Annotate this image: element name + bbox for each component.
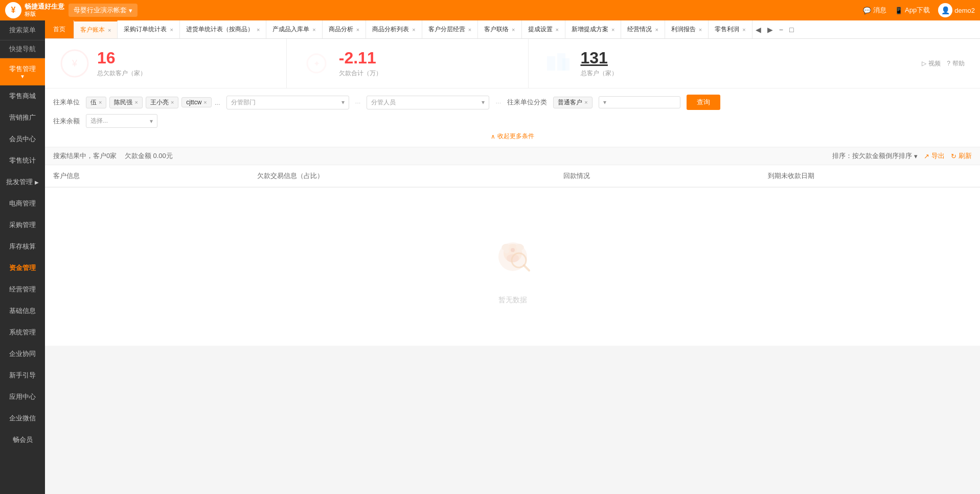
collapse-button[interactable]: ∧ 收起更多条件 bbox=[491, 132, 534, 141]
message-button[interactable]: 💬 消息 bbox=[863, 6, 886, 15]
tab-label: 利润报告 bbox=[671, 25, 696, 34]
sidebar-item-ecommerce[interactable]: 电商管理 bbox=[0, 193, 45, 214]
sidebar-item-wholesale[interactable]: 批发管理▶ bbox=[0, 171, 45, 193]
export-button[interactable]: ↗ 导出 bbox=[924, 151, 945, 161]
filter-unit-type-select[interactable]: ▾ bbox=[599, 96, 680, 108]
tab-purchase-stats[interactable]: 采购订单统计表 × bbox=[118, 20, 179, 39]
filter-balance-placeholder: 选择... bbox=[90, 117, 108, 125]
tab-customer-tier[interactable]: 客户分层经营 × bbox=[422, 20, 478, 39]
tab-close-icon[interactable]: × bbox=[312, 27, 315, 33]
sidebar-item-guide[interactable]: 新手引导 bbox=[0, 365, 45, 386]
tab-prev-button[interactable]: ◀ bbox=[753, 26, 764, 34]
video-button[interactable]: ▷ 视频 bbox=[922, 59, 941, 68]
filter-unit-type-dropdown-icon: ▾ bbox=[603, 99, 606, 106]
store-selector[interactable]: 母婴行业演示帐套 ▾ bbox=[69, 4, 138, 17]
tab-label: 经营情况 bbox=[627, 25, 652, 34]
sidebar-item-member[interactable]: 会员中心 bbox=[0, 128, 45, 150]
sidebar-item-purchase[interactable]: 采购管理 bbox=[0, 214, 45, 236]
svg-line-16 bbox=[524, 265, 529, 271]
filter-tag-2[interactable]: 王小亮 × bbox=[146, 97, 178, 108]
filter-person-select[interactable]: 分管人员 ▾ bbox=[367, 96, 489, 109]
tab-home[interactable]: 首页 bbox=[45, 20, 74, 39]
filter-tag-remove[interactable]: × bbox=[99, 99, 102, 105]
filter-unit-type-tag[interactable]: 普通客户 × bbox=[553, 97, 592, 108]
refresh-icon: ↻ bbox=[951, 152, 956, 160]
tab-operations[interactable]: 经营情况 × bbox=[621, 20, 665, 39]
refresh-button[interactable]: ↻ 刷新 bbox=[951, 151, 972, 161]
filter-tag-remove[interactable]: × bbox=[171, 99, 174, 105]
sidebar-item-wechat[interactable]: 企业微信 bbox=[0, 408, 45, 429]
sidebar-item-search[interactable]: 搜索菜单 bbox=[0, 20, 45, 40]
filter-row-1: 往来单位 伍 × 陈民强 × 王小亮 × bbox=[53, 95, 972, 110]
filter-tag-remove[interactable]: × bbox=[203, 99, 207, 105]
tab-close-icon[interactable]: × bbox=[699, 27, 702, 33]
help-button[interactable]: ? 帮助 bbox=[947, 59, 965, 68]
filter-tag-remove[interactable]: × bbox=[134, 99, 138, 105]
stat-number-clients: 131 bbox=[581, 50, 618, 66]
tab-close-icon[interactable]: × bbox=[512, 27, 515, 33]
filter-tag-1[interactable]: 陈民强 × bbox=[109, 97, 142, 108]
tab-retail-profit[interactable]: 零售利润 × bbox=[709, 20, 752, 39]
tab-close-icon[interactable]: × bbox=[170, 27, 173, 33]
filter-tag-3[interactable]: cjttcw × bbox=[181, 97, 211, 107]
tab-goods-analysis[interactable]: 商品分析 × bbox=[323, 20, 366, 39]
filter-dept-select[interactable]: 分管部门 ▾ bbox=[226, 96, 349, 109]
tab-close-icon[interactable]: × bbox=[257, 27, 260, 33]
store-dropdown-icon: ▾ bbox=[129, 7, 132, 14]
svg-point-12 bbox=[511, 248, 515, 252]
tab-customer-contact[interactable]: 客户联络 × bbox=[478, 20, 521, 39]
tab-commission-settings[interactable]: 提成设置 × bbox=[522, 20, 565, 39]
tab-close-icon[interactable]: × bbox=[412, 27, 415, 33]
filter-balance-select[interactable]: 选择... ▾ bbox=[86, 114, 157, 128]
tab-stock-stats[interactable]: 进货单统计表（按商品） × bbox=[180, 20, 266, 39]
tab-close-icon[interactable]: × bbox=[611, 27, 614, 33]
filter-tag-0[interactable]: 伍 × bbox=[86, 97, 106, 108]
result-count: 搜索结果中，客户0家 bbox=[53, 152, 117, 160]
tab-close-icon[interactable]: × bbox=[655, 27, 658, 33]
sidebar-item-retail[interactable]: 零售管理 ▼ bbox=[0, 58, 45, 85]
sidebar-item-basic-info[interactable]: 基础信息 bbox=[0, 300, 45, 322]
tab-minimize-button[interactable]: − bbox=[776, 26, 786, 34]
sidebar-item-retail-stats[interactable]: 零售统计 bbox=[0, 150, 45, 171]
tab-close-icon[interactable]: × bbox=[556, 27, 559, 33]
filter-more-button[interactable]: ... bbox=[215, 99, 220, 106]
app-download-button[interactable]: 📱 App下载 bbox=[895, 6, 930, 15]
user-profile[interactable]: 👤 demo2 bbox=[938, 3, 975, 17]
tab-next-button[interactable]: ▶ bbox=[764, 26, 776, 34]
query-button[interactable]: 查询 bbox=[687, 95, 720, 110]
tab-maximize-button[interactable]: □ bbox=[786, 26, 796, 34]
tab-profit-report[interactable]: 利润报告 × bbox=[665, 20, 709, 39]
tab-commission-plan[interactable]: 新增提成方案 × bbox=[565, 20, 621, 39]
filter-unit-type-tags: 普通客户 × bbox=[553, 97, 592, 108]
filter-unit-label: 往来单位 bbox=[53, 98, 80, 107]
sidebar-item-enterprise[interactable]: 企业协同 bbox=[0, 343, 45, 365]
help-label: 帮助 bbox=[952, 59, 965, 68]
sidebar-item-retail-mall[interactable]: 零售商城 bbox=[0, 85, 45, 107]
tab-close-icon[interactable]: × bbox=[108, 27, 111, 33]
sidebar-item-finance[interactable]: 资金管理 bbox=[0, 257, 45, 279]
sort-selector[interactable]: 排序：按欠款金额倒序排序 ▾ bbox=[832, 151, 918, 161]
sidebar: 搜索菜单 快捷导航 零售管理 ▼ 零售商城 营销推广 会员中心 零售统计 批发管… bbox=[0, 20, 45, 494]
tab-close-icon[interactable]: × bbox=[356, 27, 359, 33]
stat-icon-customers: ¥ bbox=[60, 49, 89, 78]
tab-close-icon[interactable]: × bbox=[742, 27, 745, 33]
sidebar-item-quicknav[interactable]: 快捷导航 bbox=[0, 40, 45, 58]
sidebar-item-inventory[interactable]: 库存核算 bbox=[0, 236, 45, 257]
tab-close-icon[interactable]: × bbox=[468, 27, 471, 33]
sidebar-item-system[interactable]: 系统管理 bbox=[0, 322, 45, 343]
tab-goods-list[interactable]: 商品分析列表 × bbox=[366, 20, 422, 39]
stat-content-customers: 16 总欠款客户（家） bbox=[97, 50, 146, 78]
filter-person-more2: ··· bbox=[495, 99, 501, 106]
sidebar-item-marketing[interactable]: 营销推广 bbox=[0, 107, 45, 128]
result-debt-amount: 欠款金额 0.00元 bbox=[125, 152, 173, 160]
tab-production[interactable]: 产成品入库单 × bbox=[266, 20, 322, 39]
filter-unit-type-remove[interactable]: × bbox=[584, 99, 587, 105]
stat-total-customers: ¥ 16 总欠款客户（家） bbox=[45, 39, 287, 88]
sidebar-item-member2[interactable]: 畅会员 bbox=[0, 429, 45, 451]
filter-dept-placeholder: 分管部门 bbox=[231, 98, 256, 107]
tab-customer-ledger[interactable]: 客户账本 × bbox=[74, 20, 118, 39]
sidebar-item-app-center[interactable]: 应用中心 bbox=[0, 386, 45, 408]
stat-label-customers: 总欠款客户（家） bbox=[97, 69, 146, 78]
sidebar-item-operations[interactable]: 经营管理 bbox=[0, 279, 45, 300]
app-download-label: App下载 bbox=[905, 6, 930, 15]
